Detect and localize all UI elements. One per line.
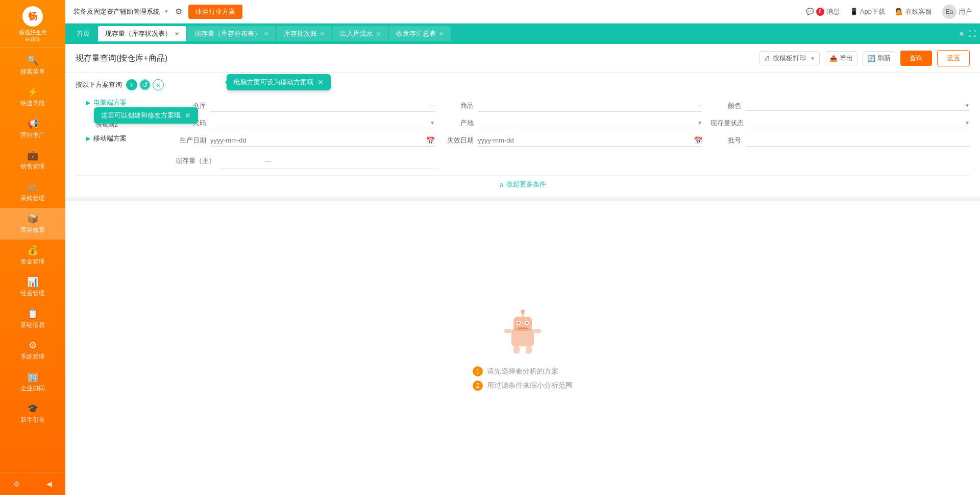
sidebar-item-search-menu[interactable]: 🔍 搜索菜单	[0, 50, 65, 81]
tab-close-icon[interactable]: ✕	[376, 31, 381, 37]
tab-fullscreen-icon[interactable]: ⛶	[969, 30, 976, 38]
messages-action[interactable]: 💬 6 消息	[806, 7, 840, 16]
logo-icon: 畅	[22, 6, 43, 27]
tab-close-all-icon[interactable]: ✕	[959, 30, 965, 38]
color-select[interactable]: ▼	[745, 101, 970, 111]
size-select[interactable]: ▼	[210, 118, 435, 128]
refresh-icon: 🔄	[867, 55, 875, 62]
filter-row-3: 生产日期 📅 失效日期 📅	[176, 134, 970, 153]
sidebar-item-quick-nav[interactable]: ⚡ 快速导航	[0, 81, 65, 113]
tab-inventory-status[interactable]: 现存量（库存状况表） ✕	[98, 26, 186, 41]
user-action[interactable]: Ea 用户	[942, 5, 972, 19]
expire-date-label: 失效日期	[443, 136, 474, 145]
batch-label: 批号	[710, 136, 741, 145]
filter-field-expire-date: 失效日期 📅	[443, 134, 702, 147]
online-support-icon: 💁	[895, 8, 903, 15]
size-select-arrow: ▼	[430, 120, 435, 126]
sidebar-item-label: 经营管理	[20, 289, 45, 298]
export-button[interactable]: 📤 导出	[825, 51, 857, 65]
tooltip-close-button[interactable]: ✕	[185, 111, 191, 120]
back-scheme-button[interactable]: «	[153, 79, 164, 90]
set-button[interactable]: 设置	[937, 50, 970, 66]
finance-icon: 💰	[27, 245, 38, 256]
range-dash: —	[264, 157, 271, 164]
sidebar-item-label: 搜索菜单	[20, 67, 45, 76]
sidebar-item-inventory[interactable]: 📦 库存核算	[0, 208, 65, 240]
refresh-scheme-button[interactable]: ↺	[139, 79, 151, 90]
expire-date-input[interactable]	[478, 134, 692, 146]
filter-field-goods: 商品 ···	[443, 100, 702, 112]
search-button[interactable]: 查询	[900, 51, 932, 66]
goods-more-icon[interactable]: ···	[697, 102, 702, 109]
tab-in-out-flow[interactable]: 出入库流水 ✕	[333, 26, 388, 41]
add-scheme-button[interactable]: +	[126, 79, 137, 90]
main: 装备及固定资产辅助管理系统 ▼ ⚙ 体验行业方案 💬 6 消息 📱 App下载 …	[65, 0, 980, 495]
warehouse-more-icon[interactable]: ···	[429, 102, 435, 109]
stock-main-from-input[interactable]	[219, 155, 260, 167]
refresh-button[interactable]: 🔄 刷新	[863, 51, 895, 65]
sidebar-settings-btn[interactable]: ⚙	[9, 478, 24, 490]
tab-bar: 首页 现存量（库存状况表） ✕ 现存量（库存分布表） ✕ 库存批次账 ✕ 出入库…	[65, 23, 980, 44]
stock-main-to-input[interactable]	[275, 155, 316, 167]
print-button[interactable]: 🖨 按模板打印 ▼	[760, 51, 820, 65]
scheme-expand-icon: ▶	[86, 135, 90, 142]
app-download-action[interactable]: 📱 App下载	[850, 7, 885, 16]
tab-home[interactable]: 首页	[69, 26, 97, 41]
sidebar-item-finance[interactable]: 💰 资金管理	[0, 240, 65, 271]
search-menu-icon: 🔍	[27, 55, 38, 66]
gear-button[interactable]: ⚙	[175, 7, 182, 16]
tooltip-close-button[interactable]: ✕	[317, 78, 324, 86]
sidebar-collapse-btn[interactable]: ◀	[42, 478, 56, 490]
sidebar-item-label: 营销推广	[20, 131, 45, 139]
origin-select[interactable]: ▼	[478, 118, 702, 128]
tab-label: 库存批次账	[284, 29, 317, 38]
prod-date-calendar-icon[interactable]: 📅	[426, 136, 435, 145]
user-avatar: Ea	[942, 5, 957, 19]
goods-label: 商品	[443, 101, 474, 110]
sidebar-item-label: 新手引导	[20, 416, 45, 425]
scheme-desktop-label: 电脑端方案	[93, 98, 127, 107]
robot-svg	[497, 305, 548, 357]
sidebar-item-marketing[interactable]: 📢 营销推广	[0, 113, 65, 145]
system-name-dropdown[interactable]: 装备及固定资产辅助管理系统 ▼	[74, 7, 169, 16]
svg-point-7	[521, 310, 525, 314]
prod-date-input[interactable]	[210, 134, 424, 146]
filter-field-color: 颜色 ▼	[710, 100, 970, 112]
filter-icon-group: + ↺ «	[126, 79, 164, 90]
hint-text-1: 请先选择要分析的方案	[487, 367, 558, 376]
tab-inventory-dist[interactable]: 现存量（库存分布表） ✕	[187, 26, 276, 41]
svg-rect-10	[526, 346, 532, 353]
tab-close-icon[interactable]: ✕	[175, 31, 179, 37]
stock-status-select[interactable]: ▼	[748, 118, 970, 128]
tab-inventory-batch[interactable]: 库存批次账 ✕	[277, 26, 332, 41]
expire-date-calendar-icon[interactable]: 📅	[694, 136, 702, 145]
tab-close-icon[interactable]: ✕	[320, 31, 325, 37]
tab-close-icon[interactable]: ✕	[439, 31, 444, 37]
svg-rect-12	[534, 329, 541, 333]
sidebar-item-system[interactable]: ⚙ 系统管理	[0, 335, 65, 366]
scheme-mobile-label: 移动端方案	[93, 134, 127, 143]
sidebar-item-guide[interactable]: 🎓 新手引导	[0, 398, 65, 430]
sidebar-item-sales[interactable]: 💼 销售管理	[0, 145, 65, 176]
sidebar-item-base-info[interactable]: 📋 基础信息	[0, 303, 65, 335]
marketing-icon: 📢	[27, 118, 38, 129]
tab-label: 现存量（库存分布表）	[194, 29, 261, 38]
tab-collect-summary[interactable]: 收发存汇总表 ✕	[389, 26, 451, 41]
svg-point-5	[526, 322, 528, 324]
filter-field-origin: 产地 ▼	[443, 118, 702, 128]
online-support-action[interactable]: 💁 在线客服	[895, 7, 932, 16]
logo-text: 畅通好生意	[19, 29, 47, 36]
sidebar-item-ops[interactable]: 📊 经营管理	[0, 271, 65, 303]
stock-status-label: 现存量状态	[710, 119, 744, 128]
collapse-bar[interactable]: ∧ 收起更多条件	[76, 175, 970, 193]
experience-button[interactable]: 体验行业方案	[188, 5, 242, 19]
user-name-label: 用户	[959, 7, 972, 16]
batch-input[interactable]	[745, 134, 970, 147]
tab-close-icon[interactable]: ✕	[264, 31, 268, 37]
filter-row-1: 仓库 ··· 商品 ···	[176, 100, 970, 118]
print-dropdown-icon: ▼	[810, 56, 815, 61]
sidebar-item-enterprise[interactable]: 🏢 企业协同	[0, 366, 65, 398]
scheme-node-mobile[interactable]: ▶ 移动端方案	[86, 132, 167, 145]
app-download-icon: 📱	[850, 8, 858, 15]
sidebar-item-purchase[interactable]: 🛒 采购管理	[0, 176, 65, 208]
